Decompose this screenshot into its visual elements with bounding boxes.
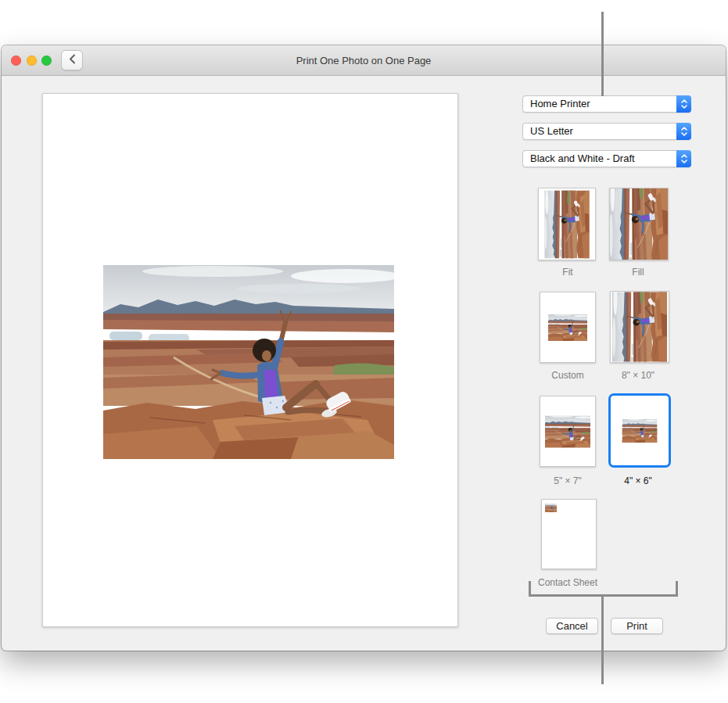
printer-popup[interactable]: Home Printer [522, 95, 691, 113]
popup-stepper-icon [676, 95, 691, 113]
callout-bracket-stem [601, 594, 604, 684]
callout-line-printer-popup [601, 12, 604, 96]
8x10-thumbnail-photo [612, 292, 667, 362]
paper-size-popup[interactable]: US Letter [522, 123, 691, 140]
back-button[interactable] [61, 50, 83, 70]
paper-size-popup-value: US Letter [530, 124, 573, 139]
custom-thumbnail-photo [548, 314, 587, 341]
size-option-5x7[interactable] [540, 396, 596, 467]
chevron-left-icon [69, 53, 76, 67]
5x7-thumbnail-photo [545, 415, 590, 447]
print-preset-popup-value: Black and White - Draft [530, 151, 635, 167]
print-preset-popup[interactable]: Black and White - Draft [522, 150, 691, 167]
size-option-custom[interactable] [540, 292, 596, 363]
cancel-button[interactable]: Cancel [546, 618, 598, 634]
contact-sheet-thumbnail-photo [545, 504, 557, 512]
size-option-fit[interactable] [538, 188, 596, 260]
size-option-4x6-selected[interactable] [608, 393, 671, 468]
print-preview-page [42, 93, 458, 627]
zoom-button[interactable] [41, 56, 52, 66]
size-option-contact-sheet[interactable] [541, 499, 597, 569]
printer-popup-value: Home Printer [530, 96, 590, 112]
window-title: Print One Photo on One Page [2, 45, 726, 76]
size-option-8x10[interactable] [610, 291, 669, 363]
4x6-thumbnail-photo [622, 419, 658, 443]
screenshot-canvas: Print One Photo on One Page Home Printer… [0, 0, 728, 703]
popup-stepper-icon [676, 150, 691, 167]
size-label-fit: Fit [533, 267, 603, 278]
size-option-fill[interactable] [609, 188, 669, 260]
print-dialog-window: Print One Photo on One Page Home Printer… [2, 45, 726, 651]
popup-stepper-icon [676, 123, 691, 140]
size-label-custom: Custom [533, 370, 603, 381]
print-button[interactable]: Print [611, 618, 663, 634]
size-label-contact-sheet: Contact Sheet [533, 577, 603, 588]
titlebar: Print One Photo on One Page [2, 45, 726, 76]
minimize-button[interactable] [27, 56, 37, 66]
size-label-5x7: 5" × 7" [533, 475, 603, 486]
size-label-8x10: 8" × 10" [603, 370, 673, 381]
fit-thumbnail-photo [545, 190, 590, 258]
size-label-4x6: 4" × 6" [603, 475, 673, 486]
fill-thumbnail-photo [609, 188, 669, 260]
size-label-fill: Fill [603, 267, 673, 278]
close-button[interactable] [11, 56, 21, 66]
print-preview-photo [103, 265, 394, 459]
